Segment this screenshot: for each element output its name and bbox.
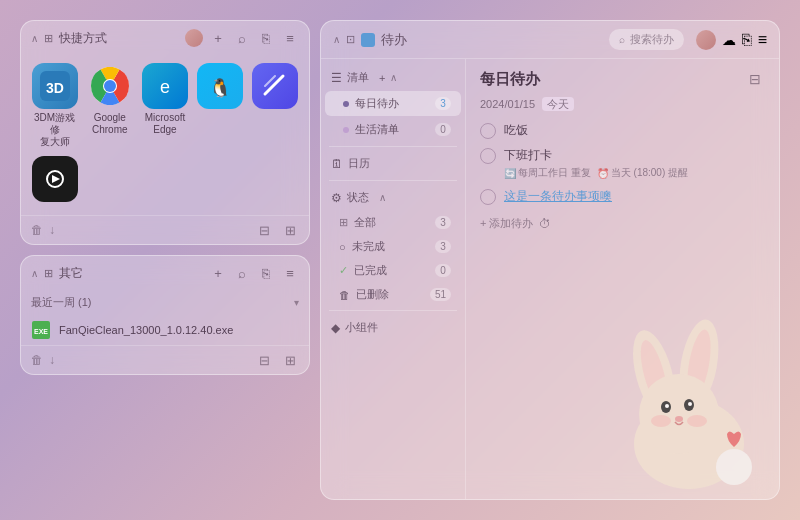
menu-others-button[interactable]: ≡ — [281, 264, 299, 282]
todo-pin-button[interactable]: ⎘ — [742, 31, 752, 49]
add-list-button[interactable]: + — [379, 72, 385, 84]
app-edge-icon: e — [142, 63, 188, 109]
divider3 — [329, 310, 457, 311]
chevron-up-icon: ∧ — [31, 33, 38, 44]
app-linear[interactable] — [252, 63, 299, 148]
app-chrome-label: Google Chrome — [86, 112, 133, 136]
add-todo-clock-icon: ⏱ — [539, 217, 551, 231]
svg-point-20 — [688, 402, 692, 406]
task-punchout-meta: 🔄 每周工作日 重复 ⏰ 当天 (18:00) 提醒 — [504, 166, 765, 180]
recent-label-row: 最近一周 (1) ▾ — [21, 290, 309, 315]
status-all-item[interactable]: ⊞ 全部 3 — [325, 211, 461, 234]
list-view-icon[interactable]: ⊟ — [255, 221, 273, 239]
shortcuts-panel: ∧ ⊞ 快捷方式 + ⌕ ⎘ ≡ 3D — [20, 20, 310, 245]
todo-menu-button[interactable]: ≡ — [758, 31, 767, 49]
task-note: 这是一条待办事项噢 — [480, 188, 765, 205]
down-icon: ↓ — [49, 223, 55, 237]
repeat-icon: 🔄 — [504, 168, 516, 179]
widget-icon: ◆ — [331, 321, 340, 335]
delete-icon2: 🗑 — [31, 353, 43, 367]
bell-icon: ⏰ — [597, 168, 609, 179]
pin-icon2: ⊞ — [44, 267, 53, 280]
repeat-text: 每周工作日 重复 — [518, 166, 591, 180]
todo-status-section-header[interactable]: ⚙ 状态 ∧ — [321, 185, 465, 210]
task-eat-content: 吃饭 — [504, 122, 765, 139]
svg-point-24 — [639, 447, 669, 471]
todo-panel-title: 待办 — [381, 31, 407, 49]
incomplete-icon: ○ — [339, 241, 346, 253]
complete-icon: ✓ — [339, 264, 348, 277]
todo-chevron-up: ∧ — [333, 34, 340, 45]
svg-point-21 — [675, 416, 683, 422]
todo-calendar-section: 🗓 日历 — [321, 151, 465, 176]
search-icon: ⌕ — [619, 34, 625, 45]
status-chevron: ∧ — [379, 192, 386, 203]
task-note-text: 这是一条待办事项噢 — [504, 189, 612, 203]
task-eat-checkbox[interactable] — [480, 123, 496, 139]
app-capcut[interactable] — [31, 156, 78, 205]
list-view-icon2[interactable]: ⊟ — [255, 351, 273, 369]
menu-shortcuts-button[interactable]: ≡ — [281, 29, 299, 47]
desktop: ∧ ⊞ 快捷方式 + ⌕ ⎘ ≡ 3D — [0, 0, 800, 520]
task-punchout-title: 下班打卡 — [504, 147, 765, 164]
status-deleted-item[interactable]: 🗑 已删除 51 — [325, 283, 461, 306]
pin-shortcuts-button[interactable]: ⎘ — [257, 29, 275, 47]
app-edge[interactable]: e Microsoft Edge — [141, 63, 188, 148]
shortcuts-grid: 3D 3DM游戏修复大师 — [21, 55, 309, 215]
left-column: ∧ ⊞ 快捷方式 + ⌕ ⎘ ≡ 3D — [20, 20, 310, 375]
todo-sidebar: ☰ 清单 + ∧ 每日待办 3 生活清单 — [321, 59, 466, 499]
task-note-checkbox[interactable] — [480, 189, 496, 205]
todo-list-section-header[interactable]: ☰ 清单 + ∧ — [321, 65, 465, 90]
chrome-svg — [91, 67, 129, 105]
search-shortcuts-button[interactable]: ⌕ — [233, 29, 251, 47]
todo-app-icon — [361, 33, 375, 47]
chevron-up-icon2: ∧ — [31, 268, 38, 279]
svg-point-12 — [625, 326, 683, 422]
app-3dm-label: 3DM游戏修复大师 — [31, 112, 78, 148]
todo-list-section: ☰ 清单 + ∧ 每日待办 3 生活清单 — [321, 65, 465, 142]
app-3dm[interactable]: 3D 3DM游戏修复大师 — [31, 63, 78, 148]
calendar-icon: 🗓 — [331, 157, 343, 171]
add-others-button[interactable]: + — [209, 264, 227, 282]
task-note-title: 这是一条待办事项噢 — [504, 188, 765, 205]
todo-panel: ∧ ⊡ 待办 ⌕ 搜索待办 ☁ ⎘ ≡ ☰ 清单 — [320, 20, 780, 500]
svg-point-22 — [651, 415, 671, 427]
recent-file-item[interactable]: EXE FanQieClean_13000_1.0.12.40.exe — [21, 315, 309, 345]
todo-life-list-item[interactable]: 生活清单 0 — [325, 117, 461, 142]
svg-point-15 — [683, 328, 715, 400]
cloud-icon: ☁ — [722, 32, 736, 48]
others-panel-header: ∧ ⊞ 其它 + ⌕ ⎘ ≡ — [21, 256, 309, 290]
grid-view-icon2[interactable]: ⊞ — [281, 351, 299, 369]
grid-view-icon[interactable]: ⊞ — [281, 221, 299, 239]
todo-calendar-section-header[interactable]: 🗓 日历 — [321, 151, 465, 176]
divider2 — [329, 180, 457, 181]
todo-daily-title: 每日待办 — [480, 70, 745, 89]
recent-chevron: ▾ — [294, 297, 299, 308]
status-section-label: 状态 — [347, 190, 369, 205]
todo-widget-section-header[interactable]: ◆ 小组件 — [321, 315, 465, 340]
add-shortcut-button[interactable]: + — [209, 29, 227, 47]
status-complete-count: 0 — [435, 264, 451, 277]
todo-daily-list-item[interactable]: 每日待办 3 — [325, 91, 461, 116]
todo-widget-section: ◆ 小组件 — [321, 315, 465, 340]
svg-text:EXE: EXE — [34, 328, 48, 335]
capcut-svg — [41, 165, 69, 193]
search-others-button[interactable]: ⌕ — [233, 264, 251, 282]
task-punchout-checkbox[interactable] — [480, 148, 496, 164]
todo-search-bar[interactable]: ⌕ 搜索待办 — [609, 29, 684, 50]
others-footer-left: 🗑 ↓ — [31, 353, 247, 367]
status-complete-item[interactable]: ✓ 已完成 0 — [325, 259, 461, 282]
add-todo-button[interactable]: + 添加待办 ⏱ — [480, 213, 765, 234]
pin-others-button[interactable]: ⎘ — [257, 264, 275, 282]
list-icon: ☰ — [331, 71, 342, 85]
app-qq[interactable]: 🐧 — [197, 63, 244, 148]
todo-pin-icon: ⊡ — [346, 33, 355, 46]
reminder-text: 当天 (18:00) 提醒 — [611, 166, 688, 180]
svg-point-19 — [684, 399, 694, 411]
status-incomplete-item[interactable]: ○ 未完成 3 — [325, 235, 461, 258]
app-chrome[interactable]: Google Chrome — [86, 63, 133, 148]
shortcuts-panel-header: ∧ ⊞ 快捷方式 + ⌕ ⎘ ≡ — [21, 21, 309, 55]
divider1 — [329, 146, 457, 147]
todo-status-section: ⚙ 状态 ∧ ⊞ 全部 3 ○ 未完成 3 — [321, 185, 465, 306]
filter-icon[interactable]: ⊟ — [745, 69, 765, 89]
